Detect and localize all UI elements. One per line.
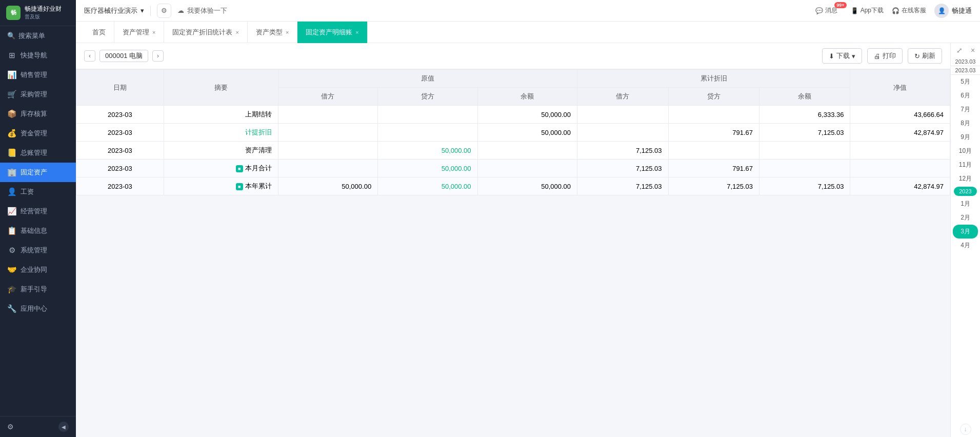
user-menu[interactable]: 👤 畅捷通 bbox=[934, 4, 972, 18]
cell-acc-debit: 7,125.03 bbox=[577, 142, 668, 160]
col-accumulated-dep: 累计折旧 bbox=[577, 70, 850, 88]
notifications-btn[interactable]: 💬 消息 99+ bbox=[815, 6, 843, 15]
funds-icon: 💰 bbox=[7, 129, 16, 138]
sidebar-item-purchase[interactable]: 🛒 采购管理 bbox=[0, 85, 76, 104]
cell-net-value bbox=[850, 142, 950, 160]
asset-tag: 000001 电脑 bbox=[99, 50, 148, 62]
sidebar-collapse-btn[interactable]: ◀ bbox=[58, 422, 69, 432]
cell-orig-balance bbox=[477, 160, 577, 177]
project-selector[interactable]: 医疗器械行业演示 ▾ bbox=[84, 6, 144, 15]
main-content: 医疗器械行业演示 ▾ ⚙ ☁ 我要体验一下 💬 消息 99+ 📱 App下载 🎧… bbox=[76, 0, 980, 437]
timeline-month-12[interactable]: 12月 bbox=[951, 172, 980, 186]
tab-asset-type-close[interactable]: × bbox=[286, 29, 289, 35]
search-menu[interactable]: 🔍 搜索菜单 bbox=[0, 26, 76, 46]
experience-icon: ☁ bbox=[177, 7, 184, 14]
customer-service-btn[interactable]: 🎧 在线客服 bbox=[892, 6, 926, 15]
sidebar-item-sales[interactable]: 📊 销售管理 bbox=[0, 65, 76, 85]
sidebar-item-operations[interactable]: 📈 经营管理 bbox=[0, 202, 76, 221]
timeline-month-1[interactable]: 1月 bbox=[951, 197, 980, 211]
tab-home[interactable]: 首页 bbox=[84, 22, 114, 43]
timeline-month-9[interactable]: 9月 bbox=[951, 130, 980, 144]
sidebar-item-ledger[interactable]: 📒 总账管理 bbox=[0, 143, 76, 163]
sidebar-item-fixed-assets[interactable]: 🏢 固定资产 bbox=[0, 163, 76, 182]
sidebar-item-funds[interactable]: 💰 资金管理 bbox=[0, 124, 76, 143]
sidebar-item-guide[interactable]: 🎓 新手引导 bbox=[0, 280, 76, 299]
sidebar-item-cooperation[interactable]: 🤝 企业协同 bbox=[0, 260, 76, 280]
sidebar-item-payroll[interactable]: 👤 工资 bbox=[0, 182, 76, 202]
cell-summary: 上期结转 bbox=[164, 106, 278, 124]
sidebar-bottom: ⚙ ◀ bbox=[0, 416, 76, 437]
col-date: 日期 bbox=[76, 70, 164, 106]
tab-asset-mgmt[interactable]: 资产管理 × bbox=[114, 22, 164, 43]
message-icon: 💬 bbox=[815, 7, 823, 14]
timeline-month-10[interactable]: 10月 bbox=[951, 144, 980, 158]
cell-net-value bbox=[850, 160, 950, 177]
sidebar-label-guide: 新手引导 bbox=[21, 285, 47, 294]
sidebar: 畅 畅捷通好业财 普及版 🔍 搜索菜单 ⊞ 快捷导航 📊 销售管理 🛒 采购管理… bbox=[0, 0, 76, 437]
timeline-expand-btn[interactable]: ⤢ bbox=[954, 45, 965, 55]
quick-nav-icon: ⊞ bbox=[7, 51, 16, 60]
user-name: 畅捷通 bbox=[952, 6, 972, 15]
cell-acc-debit bbox=[577, 106, 668, 124]
logo-name: 畅捷通好业财 bbox=[25, 5, 62, 13]
timeline-close-btn[interactable]: × bbox=[968, 45, 978, 55]
cell-acc-credit: 7,125.03 bbox=[668, 177, 759, 195]
sidebar-item-basic-info[interactable]: 📋 基础信息 bbox=[0, 221, 76, 241]
cell-acc-debit bbox=[577, 124, 668, 142]
sidebar-item-apps[interactable]: 🔧 应用中心 bbox=[0, 299, 76, 319]
timeline-month-6[interactable]: 6月 bbox=[951, 89, 980, 103]
tab-asset-mgmt-close[interactable]: × bbox=[152, 29, 155, 35]
sidebar-label-funds: 资金管理 bbox=[21, 129, 47, 138]
sidebar-label-quick-nav: 快捷导航 bbox=[21, 51, 47, 60]
experience-btn[interactable]: ☁ 我要体验一下 bbox=[177, 6, 227, 15]
toolbar-actions: ⬇ 下载 ▾ 🖨 打印 ↻ 刷新 bbox=[822, 48, 942, 64]
next-asset-btn[interactable]: › bbox=[152, 50, 164, 62]
timeline-month-3[interactable]: 3月 bbox=[953, 225, 978, 239]
cell-orig-balance: 50,000.00 bbox=[477, 124, 577, 142]
timeline-month-5[interactable]: 5月 bbox=[951, 75, 980, 89]
timeline-scroll-down-btn[interactable]: ↓ bbox=[960, 424, 971, 435]
settings-bottom-icon[interactable]: ⚙ bbox=[7, 423, 14, 431]
cell-orig-balance bbox=[477, 142, 577, 160]
refresh-btn[interactable]: ↻ 刷新 bbox=[908, 48, 942, 64]
print-btn[interactable]: 🖨 打印 bbox=[867, 48, 903, 64]
sidebar-label-ledger: 总账管理 bbox=[21, 148, 47, 157]
download-btn[interactable]: ⬇ 下载 ▾ bbox=[822, 48, 862, 64]
table-row: 2023-03 计提折旧 50,000.00 791.67 7,125.03 4… bbox=[76, 124, 950, 142]
timeline-month-7[interactable]: 7月 bbox=[951, 103, 980, 116]
tab-depreciation-table[interactable]: 固定资产折旧统计表 × bbox=[164, 22, 247, 43]
cell-orig-balance: 50,000.00 bbox=[477, 177, 577, 195]
timeline-month-11[interactable]: 11月 bbox=[951, 158, 980, 172]
cell-net-value: 42,874.97 bbox=[850, 124, 950, 142]
col-acc-debit: 借方 bbox=[577, 88, 668, 106]
sidebar-item-quick-nav[interactable]: ⊞ 快捷导航 bbox=[0, 46, 76, 65]
col-acc-balance: 余额 bbox=[759, 88, 850, 106]
timeline-month-2[interactable]: 2月 bbox=[951, 211, 980, 225]
asset-detail-table: 日期 摘要 原值 累计折旧 净值 借方 贷方 余额 借方 贷方 余额 bbox=[76, 69, 950, 195]
cell-summary: ■本年累计 bbox=[164, 177, 278, 195]
sidebar-nav: ⊞ 快捷导航 📊 销售管理 🛒 采购管理 📦 库存核算 💰 资金管理 📒 总账管… bbox=[0, 46, 76, 416]
cell-acc-balance: 6,333.36 bbox=[759, 106, 850, 124]
logo-icon: 畅 bbox=[6, 6, 21, 20]
collapse-icon: ◀ bbox=[62, 424, 66, 430]
timeline-month-4[interactable]: 4月 bbox=[951, 239, 980, 252]
settings-gear-btn[interactable]: ⚙ bbox=[157, 4, 171, 18]
logo-sub: 普及版 bbox=[25, 13, 62, 21]
cell-acc-balance: 7,125.03 bbox=[759, 124, 850, 142]
sidebar-label-cooperation: 企业协同 bbox=[21, 265, 47, 274]
sidebar-item-inventory[interactable]: 📦 库存核算 bbox=[0, 104, 76, 124]
tab-asset-detail[interactable]: 固定资产明细账 × bbox=[297, 22, 367, 43]
col-summary: 摘要 bbox=[164, 70, 278, 106]
refresh-btn-label: 刷新 bbox=[922, 51, 935, 61]
prev-asset-btn[interactable]: ‹ bbox=[84, 50, 95, 62]
col-original-value: 原值 bbox=[278, 70, 577, 88]
tab-asset-detail-close[interactable]: × bbox=[355, 29, 358, 35]
tab-depreciation-close[interactable]: × bbox=[235, 29, 238, 35]
table-row: 2023-03 资产清理 50,000.00 7,125.03 bbox=[76, 142, 950, 160]
timeline-date-end: 2023.03 bbox=[951, 66, 980, 75]
app-download-btn[interactable]: 📱 App下载 bbox=[851, 6, 884, 15]
tab-asset-type[interactable]: 资产类型 × bbox=[248, 22, 297, 43]
timeline-month-8[interactable]: 8月 bbox=[951, 116, 980, 130]
sidebar-item-system[interactable]: ⚙ 系统管理 bbox=[0, 241, 76, 260]
cell-orig-balance: 50,000.00 bbox=[477, 106, 577, 124]
